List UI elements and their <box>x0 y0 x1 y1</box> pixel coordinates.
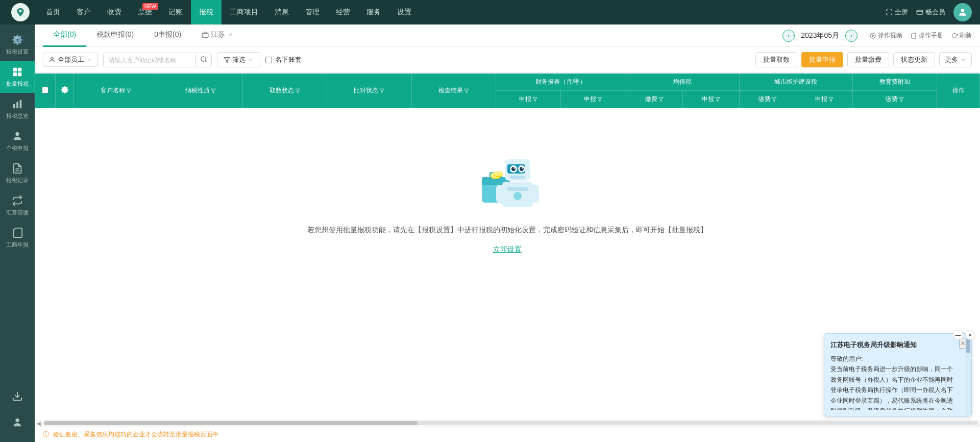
fullscreen-btn[interactable]: 全屏 <box>886 8 908 17</box>
sidebar-item-batch-tax[interactable]: 批量报税 <box>0 61 35 93</box>
filter-col-icon <box>126 88 131 93</box>
sidebar-item-personal-tax[interactable]: 个税申报 <box>0 125 35 157</box>
col-check-result: 检查结果 <box>411 73 496 108</box>
account-checkbox-label[interactable]: 名下账套 <box>265 55 302 64</box>
svg-rect-5 <box>13 72 17 76</box>
filter-chevron-icon <box>248 57 254 63</box>
sub-col-edu-declare: 申报 <box>796 91 852 108</box>
svg-marker-32 <box>772 97 776 102</box>
nav-tax[interactable]: 报税 <box>191 0 222 24</box>
nav-message[interactable]: 消息 <box>266 0 297 24</box>
employee-select[interactable]: 全部员工 <box>43 53 98 67</box>
svg-rect-9 <box>20 100 22 109</box>
batch-declare-btn[interactable]: 批量申报 <box>801 52 843 67</box>
svg-marker-27 <box>464 89 469 93</box>
nav-accounting[interactable]: 记账 <box>160 0 191 24</box>
svg-rect-8 <box>16 102 18 108</box>
filter-col3-icon <box>295 88 300 93</box>
tab-zero-declare[interactable]: 0申报(0) <box>144 24 191 47</box>
personal-tax-icon <box>11 130 23 142</box>
batch-tax-icon <box>11 66 23 78</box>
account-checkbox[interactable] <box>265 57 272 63</box>
operation-manual-btn[interactable]: 操作手册 <box>911 31 943 40</box>
settlement-icon <box>11 194 23 207</box>
bottom-bar: ⓘ 验证账密、采集信息均成功的企业才会流转至批量报税页面中 <box>35 427 980 442</box>
svg-rect-56 <box>532 185 539 203</box>
tab-region[interactable]: 江苏 <box>191 24 243 47</box>
sidebar-item-settlement[interactable]: 汇算清缴 <box>0 189 35 222</box>
tab-bar: 全部(0) 税款申报(0) 0申报(0) 江苏 ‹ 2023年05月 <box>35 24 980 47</box>
svg-marker-34 <box>899 97 903 102</box>
svg-point-19 <box>201 56 206 61</box>
sidebar-item-download[interactable] <box>0 385 35 407</box>
data-table: 客户名称 纳税性质 <box>35 73 980 295</box>
sub-col-financial-declare: 申报 <box>496 91 561 108</box>
notification-scrollbar[interactable] <box>965 334 971 416</box>
tab-bar-right: 操作视频 操作手册 刷新 <box>870 31 972 40</box>
svg-point-41 <box>495 171 503 176</box>
prev-month-btn[interactable]: ‹ <box>782 30 795 42</box>
search-input[interactable] <box>104 54 195 66</box>
next-month-btn[interactable]: › <box>845 30 857 42</box>
nav-settings[interactable]: 设置 <box>389 0 420 24</box>
nav-manage[interactable]: 管理 <box>297 0 328 24</box>
svg-marker-24 <box>211 89 215 93</box>
new-badge: NEW <box>142 3 158 10</box>
search-button[interactable] <box>195 53 211 67</box>
sub-filter-icon1 <box>532 97 537 102</box>
sidebar-item-profile[interactable] <box>0 411 35 434</box>
svg-marker-23 <box>127 89 131 93</box>
empty-state: 若您想使用批量报税功能，请先在【报税设置】中进行报税的初始化设置，完成密码验证和… <box>35 108 980 295</box>
select-all-checkbox[interactable] <box>42 87 48 93</box>
warning-icon: ⓘ <box>43 430 49 439</box>
sidebar-item-tax-overview[interactable]: 报税总览 <box>0 93 35 125</box>
tab-tax-declare[interactable]: 税款申报(0) <box>86 24 144 47</box>
nav-fee[interactable]: 收费 <box>99 0 130 24</box>
svg-point-0 <box>19 10 22 12</box>
notification-scroll-thumb <box>966 338 970 353</box>
toolbar-right: 批量取数 批量申报 批量缴费 状态更新 更多 <box>755 52 972 67</box>
toolbar: 全部员工 筛选 <box>35 47 980 73</box>
batch-pay-btn[interactable]: 批量缴费 <box>847 52 889 67</box>
robot-illustration <box>474 149 541 215</box>
notif-minimize-btn[interactable]: — <box>953 330 963 340</box>
content-wrapper: 客户名称 纳税性质 <box>35 73 980 442</box>
setup-link[interactable]: 立即设置 <box>493 245 522 254</box>
col-vat: 增值税 <box>626 73 739 91</box>
svg-rect-15 <box>202 33 208 37</box>
batch-fetch-btn[interactable]: 批量取数 <box>755 52 797 67</box>
video-icon <box>870 33 876 39</box>
sidebar-item-tax-records[interactable]: 报税记录 <box>0 157 35 189</box>
svg-rect-7 <box>13 104 15 108</box>
current-date: 2023年05月 <box>801 31 839 40</box>
svg-marker-31 <box>715 97 719 102</box>
refresh-btn[interactable]: 刷新 <box>951 31 972 40</box>
nav-operation[interactable]: 经营 <box>328 0 358 24</box>
svg-marker-17 <box>872 35 874 37</box>
notif-close-x-btn[interactable]: × <box>965 330 975 340</box>
filter-icon <box>224 57 230 63</box>
tab-all[interactable]: 全部(0) <box>43 24 86 47</box>
nav-invoice[interactable]: 票据 NEW <box>130 0 160 24</box>
more-button[interactable]: 更多 <box>939 52 972 67</box>
status-update-btn[interactable]: 状态更新 <box>893 52 935 67</box>
scroll-left-btn[interactable]: ◀ <box>37 421 44 426</box>
svg-marker-21 <box>224 57 230 62</box>
search-box <box>103 53 212 67</box>
operation-video-btn[interactable]: 操作视频 <box>870 31 902 40</box>
sidebar-item-annual-report[interactable]: 工商年报 <box>0 222 35 254</box>
horizontal-scrollbar[interactable]: ◀ <box>35 420 980 427</box>
nav-customer[interactable]: 客户 <box>68 0 99 24</box>
nav-home[interactable]: 首页 <box>38 0 68 24</box>
svg-point-16 <box>870 33 875 38</box>
col-education-fee: 教育费附加 <box>852 73 937 91</box>
membership-btn[interactable]: 畅会员 <box>916 8 945 17</box>
user-avatar[interactable] <box>953 3 972 21</box>
sub-filter-icon7 <box>899 97 904 102</box>
svg-rect-55 <box>496 185 503 203</box>
filter-button[interactable]: 筛选 <box>217 52 260 67</box>
nav-business[interactable]: 工商项目 <box>222 0 266 24</box>
nav-service[interactable]: 服务 <box>358 0 389 24</box>
sidebar-item-tax-settings[interactable]: ⚙️ 报税设置 <box>0 29 35 61</box>
col-customer-name: 客户名称 <box>74 73 158 108</box>
